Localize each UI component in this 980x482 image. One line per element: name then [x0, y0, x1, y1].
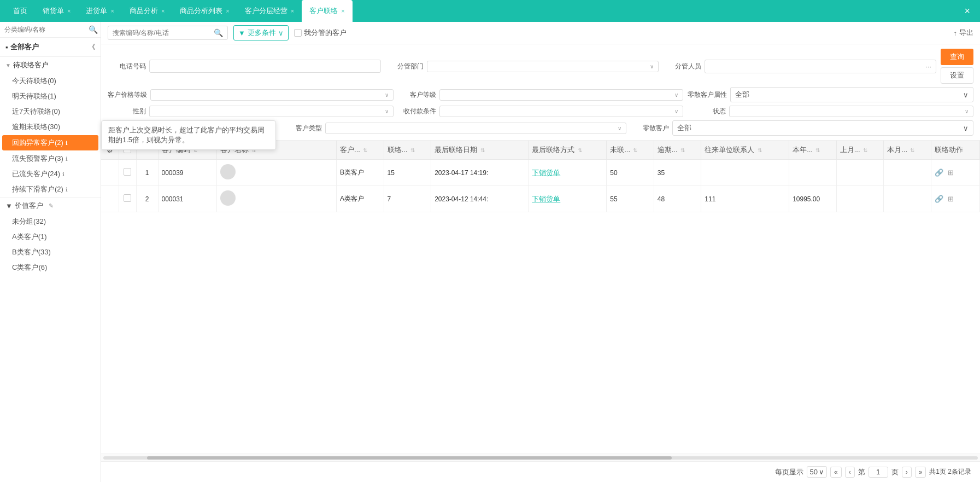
sidebar-item-class-b[interactable]: B类客户(33) [0, 245, 101, 260]
sidebar-item-loss-warning[interactable]: 流失预警客户(3) ℹ [0, 151, 101, 166]
sidebar-item-declining-customers[interactable]: 持续下滑客户(2) ℹ [0, 182, 101, 197]
scroll-track[interactable] [103, 456, 978, 460]
value-customers-group[interactable]: ▼ 价值客户 ✎ [0, 197, 101, 214]
total-info: 共1页 2条记录 [929, 467, 971, 477]
price-level-select[interactable]: ∨ [150, 89, 394, 101]
phone-input[interactable] [149, 60, 381, 73]
close-icon[interactable]: × [110, 8, 114, 14]
edit-icon[interactable]: ✎ [49, 202, 54, 210]
horizontal-scrollbar[interactable] [101, 454, 980, 461]
col-last-month[interactable]: 上月... ⇅ [836, 141, 884, 160]
more-filter-button[interactable]: ▼ 更多条件 ∨ [233, 25, 289, 40]
next-page-button[interactable]: › [902, 467, 912, 478]
customer-level-select[interactable]: ∨ [439, 89, 684, 101]
scatter2-select[interactable]: 全部 ∨ [672, 120, 973, 136]
nav-product-analysis[interactable]: 商品分析 × [122, 0, 172, 22]
link-icon[interactable]: 🔗 [935, 195, 943, 203]
sidebar-search-input[interactable] [4, 26, 86, 33]
close-icon[interactable]: × [161, 8, 165, 14]
col-customer-type[interactable]: 客户... ⇅ [337, 141, 384, 160]
row-contact-count: 7 [384, 186, 431, 212]
payment-select[interactable]: ∨ [439, 106, 684, 117]
sidebar-item-tomorrow-contact[interactable]: 明天待联络(1) [0, 89, 101, 104]
close-icon[interactable]: × [291, 8, 294, 14]
row-code: 000039 [158, 160, 216, 186]
nav-purchase-order[interactable]: 进货单 × [78, 0, 121, 22]
sidebar-item-lost-customers[interactable]: 已流失客户(24) ℹ [0, 166, 101, 182]
row-last-contact-method[interactable]: 下销货单 [529, 160, 607, 186]
col-last-contact-method[interactable]: 最后联络方式 ⇅ [529, 141, 607, 160]
search-icon[interactable]: 🔍 [214, 28, 223, 37]
grid-icon[interactable]: ⊞ [948, 169, 954, 177]
nav-home[interactable]: 首页 [5, 0, 35, 22]
col-overdue[interactable]: 逾期... ⇅ [654, 141, 701, 160]
sidebar-item-today-contact[interactable]: 今天待联络(0) [0, 73, 101, 89]
col-this-month[interactable]: 本月... ⇅ [884, 141, 931, 160]
row-checkbox[interactable] [124, 194, 131, 202]
filter-icon: ▼ [238, 29, 245, 37]
filter-row-2: 客户价格等级 ∨ 客户等级 ∨ 零散客户属性 全部 [108, 87, 973, 102]
last-page-button[interactable]: » [915, 467, 926, 478]
sort-icon: ⇅ [410, 147, 415, 153]
link-icon[interactable]: 🔗 [935, 169, 943, 177]
chevron-down-icon: ∨ [963, 91, 969, 99]
page-number-input[interactable] [868, 467, 888, 478]
col-contact-count[interactable]: 联络... ⇅ [384, 141, 431, 160]
gender-select[interactable]: ∨ [149, 106, 394, 117]
query-button[interactable]: 查询 [941, 49, 973, 65]
sidebar-item-7days-contact[interactable]: 近7天待联络(0) [0, 104, 101, 119]
row-gear [101, 186, 119, 212]
pending-contact-group[interactable]: ▼ 待联络客户 [0, 57, 101, 73]
sidebar-search-icon[interactable]: 🔍 [89, 25, 98, 34]
more-icon[interactable]: ··· [925, 62, 931, 71]
collapse-icon[interactable]: 《 [89, 43, 95, 52]
nav-customer-contact[interactable]: 客户联络 × [302, 0, 352, 22]
prev-page-button[interactable]: ‹ [845, 467, 855, 478]
filter-dept: 分管部门 ∨ [385, 61, 659, 72]
info-icon: ℹ [66, 140, 68, 146]
sidebar-item-ungrouped[interactable]: 未分组(32) [0, 214, 101, 229]
col-unit-contact[interactable]: 往来单位联系人 ⇅ [701, 141, 789, 160]
chevron-down-icon: ∨ [819, 468, 824, 476]
sidebar-item-overdue-contact[interactable]: 逾期未联络(30) [0, 119, 101, 135]
dept-select[interactable]: ∨ [427, 61, 659, 72]
close-icon[interactable]: × [341, 8, 344, 14]
col-this-year[interactable]: 本年... ⇅ [789, 141, 837, 160]
col-last-contact-date[interactable]: 最后联络日期 ⇅ [431, 141, 529, 160]
sidebar-item-class-a[interactable]: A类客户(1) [0, 229, 101, 245]
contact-method-link[interactable]: 下销货单 [532, 169, 560, 177]
row-checkbox-cell[interactable] [119, 160, 136, 186]
row-checkbox[interactable] [124, 168, 131, 176]
all-customers-header[interactable]: ▪ 全部客户 《 [0, 38, 101, 57]
page-size-select[interactable]: 50 ∨ [807, 466, 826, 478]
grid-icon[interactable]: ⊞ [948, 195, 954, 203]
contact-method-link[interactable]: 下销货单 [532, 195, 560, 203]
scatter-attr-select[interactable]: 全部 ∨ [730, 87, 973, 102]
set-button[interactable]: 设置 [941, 67, 973, 84]
col-not-contact[interactable]: 未联... ⇅ [607, 141, 654, 160]
filter-price-level: 客户价格等级 ∨ [108, 89, 394, 101]
row-actions: 🔗 ⊞ [931, 186, 979, 212]
export-button[interactable]: ↑ 导出 [954, 28, 974, 38]
row-checkbox-cell[interactable] [119, 186, 136, 212]
sidebar-item-class-c[interactable]: C类客户(6) [0, 260, 101, 275]
close-icon[interactable]: × [226, 8, 229, 14]
customer-type-select[interactable]: ∨ [325, 123, 626, 134]
sort-icon: ⇅ [363, 147, 367, 153]
nav-product-analysis-list[interactable]: 商品分析列表 × [172, 0, 237, 22]
my-customers-checkbox-wrap[interactable]: 我分管的客户 [294, 28, 347, 38]
row-last-contact-method[interactable]: 下销货单 [529, 186, 607, 212]
sidebar-item-repurchase-abnormal[interactable]: 回购异常客户(2) ℹ [2, 135, 98, 150]
nav-customer-tier[interactable]: 客户分层经营 × [237, 0, 302, 22]
scroll-thumb[interactable] [147, 456, 672, 460]
status-select[interactable]: ∨ [729, 106, 973, 117]
close-icon[interactable]: × [67, 8, 71, 14]
nav-sales-order[interactable]: 销货单 × [35, 0, 78, 22]
window-close-button[interactable]: × [960, 5, 975, 17]
row-overdue: 35 [654, 160, 701, 186]
main-search-input[interactable] [113, 29, 212, 37]
row-this-year [789, 160, 837, 186]
person-select[interactable]: ··· [705, 60, 936, 73]
my-customers-checkbox[interactable] [294, 29, 302, 37]
first-page-button[interactable]: « [830, 467, 842, 478]
